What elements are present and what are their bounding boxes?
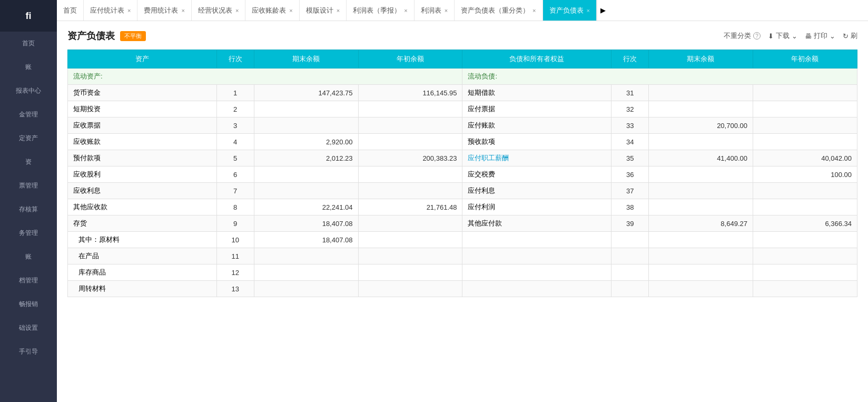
asset-name: 其他应收款 — [68, 199, 217, 215]
sidebar-item-expense[interactable]: 畅报销 — [0, 292, 57, 316]
sidebar-item-settings[interactable]: 础设置 — [0, 316, 57, 340]
asset-name: 应收账款 — [68, 134, 217, 150]
tab-close-icon[interactable]: × — [532, 7, 536, 14]
help-icon[interactable]: ? — [753, 32, 761, 40]
sidebar-item-guide[interactable]: 手引导 — [0, 340, 57, 364]
end-balance-right — [649, 232, 753, 248]
print-icon: 🖶 — [805, 32, 812, 40]
sidebar-item-assets[interactable]: 定资产 — [0, 126, 57, 150]
download-chevron-icon: ⌄ — [792, 32, 797, 40]
table-section-header: 流动资产: 流动负债: — [68, 68, 857, 85]
begin-balance-left: 21,761.48 — [358, 199, 462, 215]
tab-label: 资产负债表 — [549, 6, 584, 15]
table-row: 货币资金 1 147,423.75 116,145.95 短期借款 31 — [68, 85, 857, 101]
sidebar-item-home[interactable]: 首页 — [0, 32, 57, 55]
liability-name: 应交税费 — [462, 166, 611, 183]
begin-balance-left — [358, 281, 462, 297]
table-row: 预付款项 5 2,012.23 200,383.23 应付职工薪酬 35 41,… — [68, 150, 857, 166]
tab-balance-reclassified[interactable]: 资产负债表（重分类） × — [455, 0, 542, 21]
row-number-left: 4 — [216, 134, 254, 150]
row-number-left: 10 — [216, 232, 254, 248]
tab-payable-stats[interactable]: 应付统计表 × — [84, 0, 137, 21]
liability-name — [462, 248, 611, 264]
refresh-button[interactable]: ↻ 刷 — [843, 31, 857, 41]
sidebar-item-archive[interactable]: 档管理 — [0, 269, 57, 292]
sidebar-item-tax[interactable]: 务管理 — [0, 221, 57, 245]
download-button[interactable]: ⬇ 下载 ⌄ — [768, 31, 797, 41]
table-row: 应收股利 6 应交税费 36 100.00 — [68, 166, 857, 183]
sidebar-item-invoice[interactable]: 票管理 — [0, 174, 57, 198]
tab-profit[interactable]: 利润表 × — [415, 0, 455, 21]
row-number-right: 35 — [611, 150, 649, 166]
tab-label: 利润表 — [421, 6, 441, 15]
row-number-left: 11 — [216, 248, 254, 264]
begin-balance-left — [358, 264, 462, 281]
end-balance-right — [649, 166, 753, 183]
liability-name: 应付票据 — [462, 101, 611, 117]
main-area: 首页 应付统计表 × 费用统计表 × 经营状况表 × 应收账龄表 × 模版设计 … — [57, 0, 868, 402]
tab-close-icon[interactable]: × — [337, 7, 340, 14]
end-balance-right — [649, 134, 753, 150]
liability-name: 应付职工薪酬 — [462, 150, 611, 166]
tab-close-icon[interactable]: × — [289, 7, 292, 14]
tab-home[interactable]: 首页 — [57, 0, 84, 21]
asset-name: 存货 — [68, 215, 217, 232]
liability-name — [462, 232, 611, 248]
content-area: 资产负债表 不平衡 不重分类 ? ⬇ 下载 ⌄ 🖶 打印 — [57, 21, 868, 402]
col-header-end-balance-left: 期末余额 — [254, 50, 358, 68]
print-button[interactable]: 🖶 打印 ⌄ — [805, 31, 835, 41]
col-header-begin-balance-left: 年初余额 — [358, 50, 462, 68]
tab-close-icon[interactable]: × — [587, 7, 590, 14]
asset-name: 在产品 — [68, 248, 217, 264]
asset-name: 短期投资 — [68, 101, 217, 117]
tab-receivable-aging[interactable]: 应收账龄表 × — [245, 0, 299, 21]
row-number-left: 2 — [216, 101, 254, 117]
tab-template-design[interactable]: 模版设计 × — [300, 0, 347, 21]
unbalanced-badge: 不平衡 — [120, 31, 146, 41]
tab-scroll-right-icon[interactable]: ▶ — [597, 0, 609, 21]
tab-close-icon[interactable]: × — [127, 7, 131, 14]
tab-close-icon[interactable]: × — [404, 7, 407, 14]
end-balance-right — [649, 248, 753, 264]
row-number-left: 8 — [216, 199, 254, 215]
asset-name: 应收利息 — [68, 183, 217, 199]
tab-label: 费用统计表 — [144, 6, 178, 15]
table-row: 周转材料 13 — [68, 281, 857, 297]
liability-name — [462, 264, 611, 281]
asset-name: 其中：原材料 — [68, 232, 217, 248]
tab-expense-stats[interactable]: 费用统计表 × — [137, 0, 191, 21]
end-balance-left: 2,920.00 — [254, 134, 358, 150]
tab-close-icon[interactable]: × — [181, 7, 184, 14]
classify-button[interactable]: 不重分类 ? — [724, 31, 761, 41]
asset-name: 库存商品 — [68, 264, 217, 281]
table-row: 库存商品 12 — [68, 264, 857, 281]
end-balance-left: 18,407.08 — [254, 232, 358, 248]
end-balance-right — [649, 183, 753, 199]
end-balance-left — [254, 264, 358, 281]
sidebar-item-account[interactable]: 账 — [0, 55, 57, 79]
sidebar-item-ledger[interactable]: 账 — [0, 245, 57, 269]
tab-close-icon[interactable]: × — [235, 7, 239, 14]
tab-balance-sheet[interactable]: 资产负债表 × — [543, 0, 597, 21]
row-number-right — [611, 232, 649, 248]
sidebar-item-inventory[interactable]: 存核算 — [0, 198, 57, 221]
tab-operation[interactable]: 经营状况表 × — [192, 0, 245, 21]
liability-name: 应付账款 — [462, 117, 611, 134]
liability-name — [462, 281, 611, 297]
col-header-asset: 资产 — [68, 50, 217, 68]
tab-label: 应付统计表 — [90, 6, 124, 15]
begin-balance-left — [358, 134, 462, 150]
begin-balance-right — [753, 101, 857, 117]
sidebar-item-reports[interactable]: 报表中心 — [0, 79, 57, 103]
sidebar-item-finance[interactable]: 金管理 — [0, 103, 57, 126]
tab-profit-quarterly[interactable]: 利润表（季报） × — [347, 0, 414, 21]
begin-balance-left — [358, 232, 462, 248]
print-chevron-icon: ⌄ — [830, 32, 835, 40]
sidebar-item-capital[interactable]: 资 — [0, 150, 57, 174]
asset-name: 应收股利 — [68, 166, 217, 183]
section-right-label: 流动负债: — [462, 68, 857, 85]
tab-close-icon[interactable]: × — [445, 7, 448, 14]
table-row: 应收账款 4 2,920.00 预收款项 34 — [68, 134, 857, 150]
row-number-right: 39 — [611, 215, 649, 232]
begin-balance-right — [753, 85, 857, 101]
